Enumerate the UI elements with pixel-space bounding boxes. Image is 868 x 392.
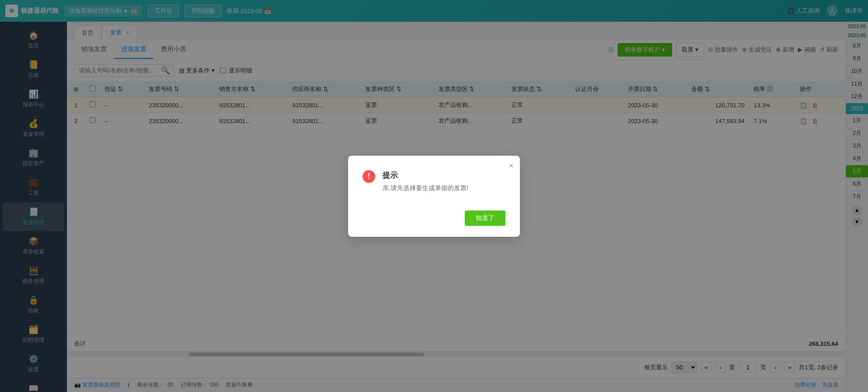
modal-confirm-button[interactable]: 知道了 xyxy=(465,210,505,226)
modal-close-button[interactable]: × xyxy=(509,161,514,171)
modal-footer: 知道了 xyxy=(348,203,520,237)
warning-icon: ! xyxy=(363,170,375,183)
modal-content: 提示 亲,请先选择要生成单据的发票! xyxy=(382,170,468,192)
modal-dialog: × ! 提示 亲,请先选择要生成单据的发票! 知道了 xyxy=(348,156,520,237)
modal-body: ! 提示 亲,请先选择要生成单据的发票! xyxy=(348,156,520,203)
modal-overlay: × ! 提示 亲,请先选择要生成单据的发票! 知道了 xyxy=(0,0,868,392)
modal-title: 提示 xyxy=(382,170,468,181)
modal-message: 亲,请先选择要生成单据的发票! xyxy=(382,184,468,192)
